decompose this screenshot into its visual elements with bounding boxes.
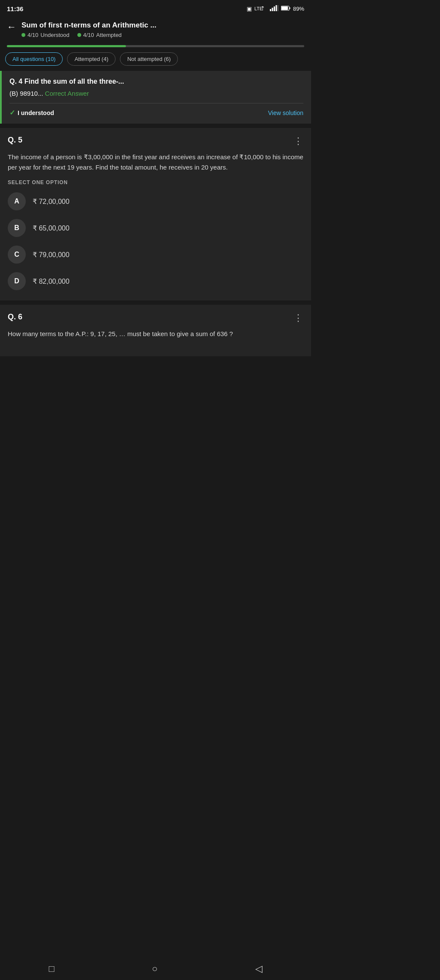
- understood-dot: [21, 33, 25, 37]
- q6-header: Q. 6 ⋮: [8, 313, 303, 324]
- header-stats: 4/10 Understood 4/10 Attempted: [21, 32, 304, 38]
- progress-bar-container: [7, 45, 304, 47]
- back-button[interactable]: ←: [7, 21, 16, 33]
- attempted-label: Attempted: [96, 32, 122, 38]
- understood-label: Understood: [40, 32, 69, 38]
- q5-more-button[interactable]: ⋮: [293, 136, 303, 147]
- page-title: Sum of first n-terms of an Arithmetic ..…: [21, 21, 304, 30]
- tab-all-questions[interactable]: All questions (10): [5, 52, 63, 66]
- q4-card: Q. 4 Find the sum of all the three-... (…: [0, 71, 311, 124]
- header-title-block: Sum of first n-terms of an Arithmetic ..…: [21, 21, 304, 38]
- attempted-count: 4/10: [83, 32, 94, 38]
- status-icons: ▣ LTE ⇡ 89%: [247, 5, 304, 13]
- q5-option-d-circle: D: [8, 272, 26, 290]
- understood-stat: 4/10 Understood: [21, 32, 70, 38]
- battery-icon: [281, 6, 290, 12]
- q6-num: Q. 6: [8, 313, 22, 322]
- understood-label: ✓ I understood: [9, 109, 54, 117]
- status-bar: 11:36 ▣ LTE ⇡ 89%: [0, 0, 311, 17]
- q6-more-button[interactable]: ⋮: [293, 313, 303, 324]
- understood-count: 4/10: [28, 32, 38, 38]
- q6-card: Q. 6 ⋮ How many terms to the A.P.: 9, 17…: [0, 305, 311, 356]
- q5-option-b-text: ₹ 65,00,000: [33, 224, 70, 232]
- q5-option-c-text: ₹ 79,00,000: [33, 251, 70, 259]
- q5-option-d[interactable]: D ₹ 82,00,000: [8, 272, 303, 290]
- svg-rect-3: [272, 8, 273, 11]
- q5-header: Q. 5 ⋮: [8, 136, 303, 147]
- header: ← Sum of first n-terms of an Arithmetic …: [0, 17, 311, 41]
- q5-select-label: SELECT ONE OPTION: [8, 179, 303, 185]
- checkmark-icon: ✓: [9, 109, 15, 117]
- filter-tabs: All questions (10) Attempted (4) Not att…: [0, 52, 311, 71]
- signal-icons: LTE ⇡: [254, 5, 267, 13]
- tab-not-attempted[interactable]: Not attempted (6): [120, 52, 178, 66]
- tab-attempted[interactable]: Attempted (4): [67, 52, 116, 66]
- network-bars-icon: [270, 5, 278, 12]
- attempted-dot: [77, 33, 81, 37]
- status-time: 11:36: [7, 5, 23, 12]
- q5-option-d-text: ₹ 82,00,000: [33, 277, 70, 285]
- q4-answer-prefix: (B): [9, 90, 18, 97]
- attempted-stat: 4/10 Attempted: [77, 32, 122, 38]
- svg-rect-5: [275, 5, 277, 11]
- q5-num: Q. 5: [8, 136, 22, 145]
- svg-rect-2: [270, 9, 271, 11]
- q4-answer: (B) 98910... Correct Answer: [9, 90, 303, 97]
- q4-answer-value: 98910...: [20, 90, 43, 97]
- q4-text: Find the sum of all the three-...: [24, 78, 124, 85]
- svg-text:⇡: ⇡: [260, 5, 265, 12]
- q5-option-a[interactable]: A ₹ 72,00,000: [8, 192, 303, 210]
- svg-rect-8: [289, 7, 290, 9]
- q5-text: The income of a person is ₹3,00,000 in t…: [8, 152, 303, 173]
- q5-card: Q. 5 ⋮ The income of a person is ₹3,00,0…: [0, 128, 311, 300]
- nav-back-button[interactable]: ◁: [255, 963, 263, 974]
- view-solution-link[interactable]: View solution: [268, 109, 303, 116]
- q4-correct-label: Correct Answer: [45, 90, 89, 97]
- svg-rect-9: [281, 6, 288, 10]
- q5-option-c-circle: C: [8, 246, 26, 264]
- understood-text: I understood: [18, 109, 54, 116]
- q5-option-b[interactable]: B ₹ 65,00,000: [8, 219, 303, 237]
- q4-title: Q. 4 Find the sum of all the three-...: [9, 78, 303, 85]
- sim-icon: ▣: [247, 6, 252, 12]
- q6-text: How many terms to the A.P.: 9, 17, 25, ……: [8, 329, 303, 339]
- q5-option-a-text: ₹ 72,00,000: [33, 197, 70, 206]
- q5-option-a-circle: A: [8, 192, 26, 210]
- svg-rect-4: [274, 6, 275, 11]
- q4-footer: ✓ I understood View solution: [9, 103, 303, 117]
- q4-num: Q. 4: [9, 78, 22, 85]
- nav-circle-button[interactable]: ○: [152, 963, 157, 974]
- q5-option-c[interactable]: C ₹ 79,00,000: [8, 246, 303, 264]
- nav-square-button[interactable]: □: [49, 963, 54, 974]
- nav-bar: □ ○ ◁: [0, 958, 311, 980]
- header-top: ← Sum of first n-terms of an Arithmetic …: [7, 21, 304, 38]
- battery-percentage: 89%: [293, 6, 304, 12]
- q5-option-b-circle: B: [8, 219, 26, 237]
- svg-rect-6: [278, 5, 278, 11]
- progress-bar-fill: [7, 45, 126, 47]
- q5-options: A ₹ 72,00,000 B ₹ 65,00,000 C ₹ 79,00,00…: [8, 192, 303, 290]
